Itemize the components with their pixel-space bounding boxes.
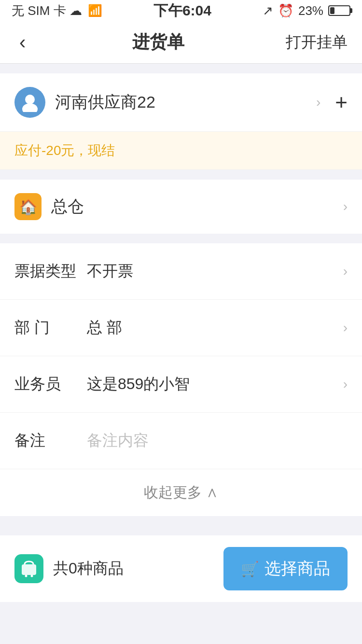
person-icon	[20, 93, 40, 112]
remark-placeholder: 备注内容	[77, 430, 348, 451]
invoice-type-label: 票据类型	[14, 261, 77, 282]
cart-icon	[20, 560, 38, 578]
page-title: 进货单	[132, 30, 184, 54]
add-supplier-button[interactable]: +	[335, 92, 348, 113]
back-button[interactable]: ‹	[14, 27, 30, 58]
department-arrow-icon: ›	[343, 320, 348, 336]
supplier-avatar	[14, 87, 45, 118]
status-bar: 无 SIM 卡 ☁ 📶 下午6:04 ↗ ⏰ 23%	[0, 0, 362, 21]
svg-point-3	[25, 575, 28, 577]
nav-bar: ‹ 进货单 打开挂单	[0, 21, 362, 64]
salesperson-row[interactable]: 业务员 这是859的小智 ›	[0, 356, 362, 413]
supplier-row[interactable]: 河南供应商22 › +	[0, 73, 362, 132]
open-pending-button[interactable]: 打开挂单	[286, 32, 348, 53]
invoice-type-value: 不开票	[77, 261, 343, 282]
salesperson-arrow-icon: ›	[343, 377, 348, 392]
product-count-text: 共0种商品	[53, 558, 223, 579]
location-icon: ↗	[263, 3, 273, 18]
wifi-icon: 📶	[88, 4, 102, 17]
notice-row: 应付-20元，现结	[0, 132, 362, 170]
alarm-icon: ⏰	[278, 3, 293, 18]
remark-label: 备注	[14, 430, 77, 451]
warehouse-arrow-icon: ›	[343, 199, 348, 214]
status-time: 下午6:04	[153, 1, 211, 21]
sim-label: 无 SIM 卡 ☁	[12, 2, 82, 19]
supplier-arrow-icon: ›	[316, 95, 320, 110]
battery-icon	[328, 5, 350, 16]
remark-row[interactable]: 备注 备注内容	[0, 413, 362, 469]
product-icon	[14, 554, 43, 583]
salesperson-label: 业务员	[14, 374, 77, 395]
section-divider-2	[0, 170, 362, 180]
supplier-section: 河南供应商22 › + 应付-20元，现结	[0, 73, 362, 170]
warehouse-row[interactable]: 🏠 总仓 ›	[0, 180, 362, 234]
status-left: 无 SIM 卡 ☁ 📶	[12, 2, 102, 19]
gray-area	[0, 602, 362, 644]
invoice-type-arrow-icon: ›	[343, 264, 348, 279]
department-value: 总 部	[77, 317, 343, 338]
salesperson-value: 这是859的小智	[77, 374, 343, 395]
svg-point-0	[25, 95, 35, 104]
svg-point-1	[22, 103, 38, 112]
svg-rect-2	[22, 564, 36, 575]
select-product-button[interactable]: 🛒 选择商品	[223, 547, 348, 590]
status-right: ↗ ⏰ 23%	[263, 3, 350, 18]
form-section: 票据类型 不开票 › 部 门 总 部 › 业务员 这是859的小智 › 备注 备…	[0, 243, 362, 469]
svg-point-4	[31, 575, 33, 577]
invoice-type-row[interactable]: 票据类型 不开票 ›	[0, 243, 362, 300]
house-icon: 🏠	[19, 198, 37, 215]
section-divider-3	[0, 516, 362, 526]
department-label: 部 门	[14, 317, 77, 338]
collapse-row[interactable]: 收起更多 ∧	[0, 469, 362, 516]
warehouse-icon: 🏠	[14, 193, 42, 220]
select-product-icon: 🛒	[241, 560, 259, 577]
bottom-bar: 共0种商品 🛒 选择商品	[0, 535, 362, 602]
warehouse-section: 🏠 总仓 ›	[0, 180, 362, 234]
warehouse-name: 总仓	[51, 196, 343, 218]
supplier-name: 河南供应商22	[55, 91, 316, 113]
battery-label: 23%	[298, 3, 323, 18]
department-row[interactable]: 部 门 总 部 ›	[0, 300, 362, 356]
section-divider-1	[0, 64, 362, 73]
select-product-label: 选择商品	[265, 558, 330, 580]
